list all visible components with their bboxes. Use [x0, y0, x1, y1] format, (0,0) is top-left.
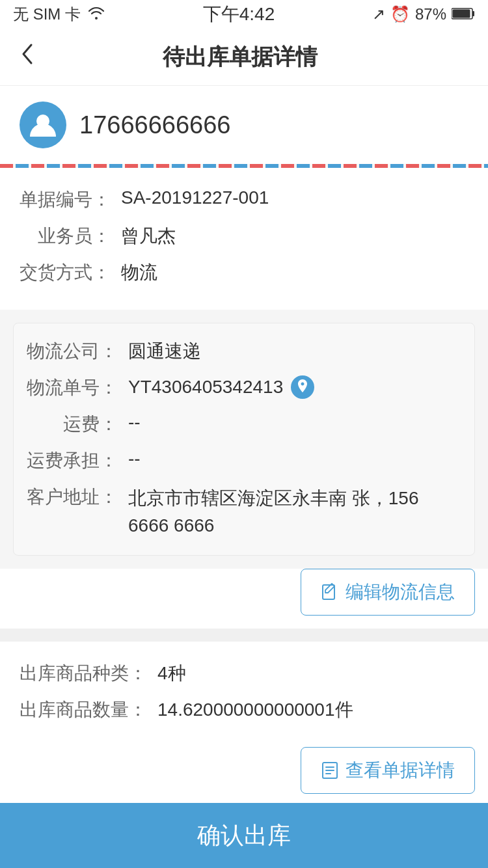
battery-text: 87%: [415, 5, 446, 23]
view-details-button[interactable]: 查看单据详情: [301, 747, 475, 794]
sales-person-label: 业务员：: [20, 224, 111, 249]
sales-person-row: 业务员： 曾凡杰: [20, 224, 468, 249]
svg-rect-1: [472, 11, 474, 16]
tracking-number-label: 物流单号：: [27, 375, 118, 400]
freight-row: 运费： --: [27, 412, 461, 437]
goods-quantity-label: 出库商品数量：: [20, 698, 147, 722]
view-details-label: 查看单据详情: [346, 758, 455, 783]
logistics-company-label: 物流公司：: [27, 339, 118, 364]
wifi-icon: [87, 5, 105, 23]
address-row: 客户地址： 北京市市辖区海淀区永丰南 张，156 6666 6666: [27, 485, 461, 539]
order-info-section: 单据编号： SA-20191227-001 业务员： 曾凡杰 交货方式： 物流: [0, 168, 488, 310]
tracking-number-value: YT4306405342413: [128, 375, 461, 399]
back-button[interactable]: [20, 41, 35, 73]
goods-quantity-value: 14.620000000000001件: [157, 698, 353, 722]
avatar: [20, 102, 66, 148]
confirm-button[interactable]: 确认出库: [0, 803, 488, 868]
goods-types-row: 出库商品种类： 4种: [20, 661, 468, 686]
track-location-button[interactable]: [291, 375, 314, 399]
status-left: 无 SIM 卡: [13, 4, 105, 25]
logistics-card: 物流公司： 圆通速递 物流单号： YT4306405342413 运费： -- …: [13, 323, 475, 556]
address-value: 北京市市辖区海淀区永丰南 张，156 6666 6666: [128, 485, 461, 539]
status-right: ↗ ⏰ 87%: [372, 5, 475, 23]
freight-bearer-label: 运费承担：: [27, 448, 118, 473]
delivery-method-value: 物流: [121, 260, 468, 285]
delivery-method-label: 交货方式：: [20, 260, 111, 285]
alarm-icon: ⏰: [390, 5, 410, 23]
nav-bar: 待出库单据详情: [0, 29, 488, 86]
freight-bearer-row: 运费承担： --: [27, 448, 461, 473]
logistics-company-row: 物流公司： 圆通速递: [27, 339, 461, 364]
edit-logistics-label: 编辑物流信息: [346, 580, 455, 604]
order-number-value: SA-20191227-001: [121, 187, 468, 208]
customer-header: 17666666666: [0, 86, 488, 164]
battery-icon: [452, 5, 475, 23]
order-number-label: 单据编号：: [20, 187, 111, 212]
sales-person-value: 曾凡杰: [121, 224, 468, 249]
carrier-text: 无 SIM 卡: [13, 4, 81, 25]
goods-types-label: 出库商品种类：: [20, 661, 147, 686]
logistics-company-value: 圆通速递: [128, 339, 461, 364]
tracking-number-row: 物流单号： YT4306405342413: [27, 375, 461, 400]
freight-label: 运费：: [27, 412, 118, 437]
freight-value: --: [128, 412, 461, 433]
customer-phone: 17666666666: [79, 111, 230, 139]
order-number-row: 单据编号： SA-20191227-001: [20, 187, 468, 212]
address-label: 客户地址：: [27, 485, 118, 509]
goods-types-value: 4种: [157, 661, 186, 686]
page-title: 待出库单据详情: [48, 42, 432, 72]
confirm-button-container: 确认出库: [0, 803, 488, 868]
svg-rect-2: [453, 10, 470, 18]
location-icon: ↗: [372, 5, 385, 23]
status-time: 下午4:42: [203, 2, 275, 27]
goods-section: 出库商品种类： 4种 出库商品数量： 14.620000000000001件: [0, 642, 488, 747]
edit-logistics-button[interactable]: 编辑物流信息: [301, 569, 475, 616]
section-divider: [0, 629, 488, 642]
edit-logistics-container: 编辑物流信息: [0, 569, 488, 629]
freight-bearer-value: --: [128, 448, 461, 469]
status-bar: 无 SIM 卡 下午4:42 ↗ ⏰ 87%: [0, 0, 488, 29]
goods-quantity-row: 出库商品数量： 14.620000000000001件: [20, 698, 468, 722]
delivery-method-row: 交货方式： 物流: [20, 260, 468, 285]
